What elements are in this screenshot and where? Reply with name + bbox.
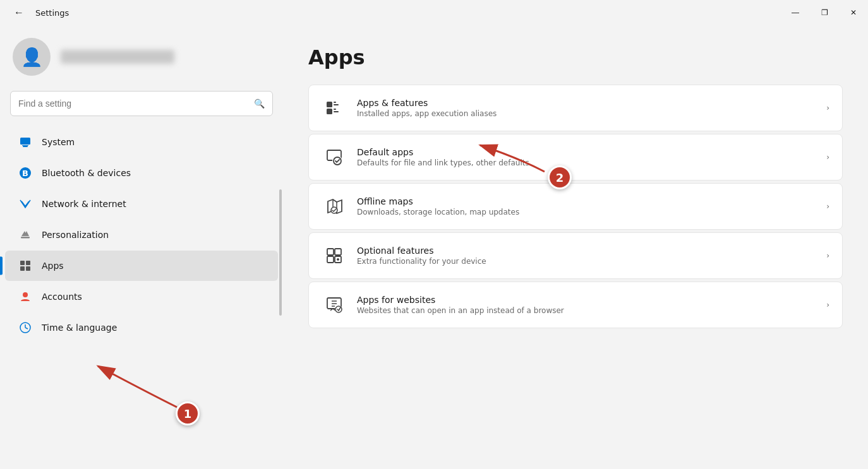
chevron-apps-websites: › xyxy=(826,300,829,309)
card-optional-features[interactable]: Optional features Extra functionality fo… xyxy=(308,232,843,279)
card-text-optional-features: Optional features Extra functionality fo… xyxy=(357,246,826,266)
page-title: Apps xyxy=(308,45,843,69)
card-apps-websites[interactable]: Apps for websites Websites that can open… xyxy=(308,282,843,328)
apps-websites-icon xyxy=(322,292,347,318)
svg-rect-19 xyxy=(334,111,339,112)
svg-rect-7 xyxy=(26,261,30,265)
profile-name xyxy=(61,50,174,64)
card-desc-default-apps: Defaults for file and link types, other … xyxy=(357,158,826,167)
search-input[interactable] xyxy=(18,98,249,109)
sidebar-item-system-label: System xyxy=(42,137,75,147)
card-text-default-apps: Default apps Defaults for file and link … xyxy=(357,147,826,167)
close-button[interactable]: ✕ xyxy=(839,0,868,25)
sidebar-profile[interactable]: 👤 xyxy=(0,25,283,88)
search-icon: 🔍 xyxy=(254,98,265,109)
card-title-default-apps: Default apps xyxy=(357,147,826,157)
sidebar-item-personalization-label: Personalization xyxy=(42,230,109,240)
card-title-apps-features: Apps & features xyxy=(357,98,826,108)
time-icon xyxy=(18,320,33,335)
svg-rect-0 xyxy=(20,138,30,145)
search-box[interactable]: 🔍 xyxy=(10,91,273,116)
sidebar-item-bluetooth[interactable]: B Bluetooth & devices xyxy=(5,158,278,188)
personalization-icon xyxy=(18,227,33,242)
svg-rect-29 xyxy=(335,249,341,255)
back-button[interactable]: ← xyxy=(8,0,30,25)
default-apps-icon xyxy=(322,145,347,170)
sidebar-item-apps[interactable]: Apps xyxy=(5,251,278,281)
content-area: Apps Apps & features Installed apps, app… xyxy=(283,25,868,469)
card-offline-maps[interactable]: Offline maps Downloads, storage location… xyxy=(308,183,843,230)
card-title-apps-websites: Apps for websites xyxy=(357,295,826,305)
chevron-default-apps: › xyxy=(826,153,829,162)
titlebar: ← Settings — ❐ ✕ xyxy=(0,0,868,25)
card-title-optional-features: Optional features xyxy=(357,246,826,256)
minimize-button[interactable]: — xyxy=(781,0,810,25)
card-desc-optional-features: Extra functionality for your device xyxy=(357,257,826,266)
chevron-optional-features: › xyxy=(826,251,829,260)
accounts-icon xyxy=(18,289,33,304)
card-default-apps[interactable]: Default apps Defaults for file and link … xyxy=(308,134,843,181)
card-desc-offline-maps: Downloads, storage location, map updates xyxy=(357,208,826,217)
card-text-offline-maps: Offline maps Downloads, storage location… xyxy=(357,196,826,217)
svg-rect-17 xyxy=(327,109,332,114)
svg-text:B: B xyxy=(22,169,28,178)
svg-rect-6 xyxy=(20,261,25,265)
svg-rect-14 xyxy=(327,102,332,107)
svg-rect-2 xyxy=(22,145,28,146)
main-layout: 👤 🔍 System xyxy=(0,25,868,469)
titlebar-title: Settings xyxy=(35,8,69,18)
sidebar-item-bluetooth-label: Bluetooth & devices xyxy=(42,168,131,178)
maximize-button[interactable]: ❐ xyxy=(810,0,839,25)
network-icon xyxy=(18,196,33,211)
sidebar-item-network-label: Network & internet xyxy=(42,199,126,209)
svg-rect-18 xyxy=(334,109,336,110)
sidebar-item-accounts-label: Accounts xyxy=(42,292,82,302)
sidebar-item-accounts[interactable]: Accounts xyxy=(5,282,278,312)
svg-rect-1 xyxy=(23,146,28,147)
sidebar-item-personalization[interactable]: Personalization xyxy=(5,220,278,250)
bluetooth-icon: B xyxy=(18,165,33,181)
system-icon xyxy=(18,134,33,150)
svg-rect-16 xyxy=(334,104,339,105)
sidebar-item-time[interactable]: Time & language xyxy=(5,312,278,343)
svg-rect-28 xyxy=(327,249,334,255)
svg-rect-5 xyxy=(21,237,30,239)
user-icon: 👤 xyxy=(21,47,43,68)
svg-rect-9 xyxy=(26,266,30,271)
titlebar-left: ← Settings xyxy=(8,0,69,25)
chevron-offline-maps: › xyxy=(826,202,829,211)
apps-icon xyxy=(18,258,33,273)
svg-rect-15 xyxy=(334,102,336,103)
sidebar-item-apps-label: Apps xyxy=(42,261,64,271)
card-desc-apps-websites: Websites that can open in an app instead… xyxy=(357,306,826,315)
offline-maps-icon xyxy=(322,194,347,219)
card-apps-features[interactable]: Apps & features Installed apps, app exec… xyxy=(308,85,843,131)
sidebar-scrollbar[interactable] xyxy=(279,189,282,316)
sidebar-item-system[interactable]: System xyxy=(5,127,278,157)
svg-line-13 xyxy=(25,328,28,329)
apps-features-icon xyxy=(322,95,347,121)
card-desc-apps-features: Installed apps, app execution aliases xyxy=(357,109,826,118)
svg-rect-30 xyxy=(327,256,334,263)
svg-point-10 xyxy=(23,292,28,297)
sidebar-item-time-label: Time & language xyxy=(42,323,117,333)
card-text-apps-websites: Apps for websites Websites that can open… xyxy=(357,295,826,315)
avatar: 👤 xyxy=(13,38,51,76)
card-title-offline-maps: Offline maps xyxy=(357,196,826,206)
optional-features-icon xyxy=(322,243,347,268)
titlebar-controls: — ❐ ✕ xyxy=(781,0,868,25)
svg-rect-8 xyxy=(20,266,25,271)
sidebar-nav: System B Bluetooth & devices xyxy=(0,126,283,469)
chevron-apps-features: › xyxy=(826,104,829,112)
card-text-apps-features: Apps & features Installed apps, app exec… xyxy=(357,98,826,118)
sidebar: 👤 🔍 System xyxy=(0,25,283,469)
sidebar-item-network[interactable]: Network & internet xyxy=(5,189,278,219)
